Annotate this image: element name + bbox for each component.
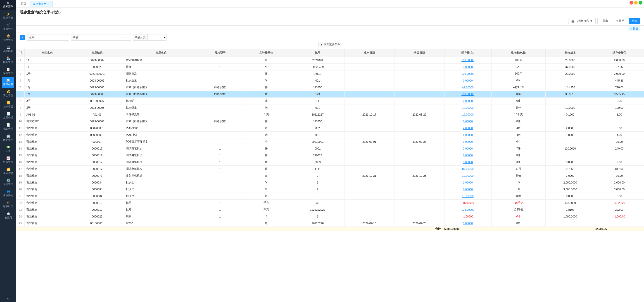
- cell-qty-main[interactable]: 10.00000: [444, 111, 491, 118]
- cell-no: 5: [16, 84, 24, 91]
- cell-qty-main[interactable]: 3.00000: [444, 159, 491, 166]
- cell-qty-main[interactable]: 87.00000: [444, 166, 491, 172]
- cell-qty-main[interactable]: 100.00000: [444, 57, 491, 64]
- sidebar-item-2[interactable]: 📦 批发管理: [2, 32, 14, 44]
- cell-qty-main[interactable]: 0.00000: [444, 118, 491, 125]
- cell-batch: 1222222222: [291, 206, 344, 213]
- cell-warehouse: 营业粮仓: [24, 145, 70, 152]
- cell-qty-main[interactable]: 0.00000: [444, 152, 491, 159]
- cell-exp-date: [394, 77, 444, 84]
- settings-button[interactable]: ⚙ 设置: [628, 26, 640, 31]
- sidebar-item-12[interactable]: 💵 工资: [2, 143, 14, 155]
- sidebar-item-11[interactable]: 🏢 固定资产: [2, 132, 14, 143]
- tab-home[interactable]: 首页: [18, 1, 29, 7]
- cell-qty-main[interactable]: 122.00000: [444, 206, 491, 213]
- sidebar-icon-0: ⚡: [6, 12, 10, 16]
- cell-no: 18: [16, 172, 24, 179]
- table-container: 仓库名称 商品编码 商品名称 规格型号 主计量单位 批号 生产日期 失效日期 现…: [16, 49, 644, 302]
- cell-code: 000900001: [70, 125, 124, 132]
- sidebar-search[interactable]: 🔍 搜索菜单: [0, 0, 16, 10]
- sidebar-item-7[interactable]: 💰 资金管理: [2, 88, 14, 99]
- toggle-button[interactable]: ⊞ 展示: [613, 18, 627, 24]
- cell-amount: 2,000.00: [595, 70, 644, 77]
- cell-batch: 33: [291, 200, 344, 206]
- sidebar-icon-13: 📈: [6, 156, 10, 160]
- sidebar-item-9[interactable]: 🧾 发票管理: [2, 110, 14, 121]
- cell-name: 鲟鱼A: [124, 220, 198, 227]
- cell-unit: 千克: [242, 200, 291, 206]
- toolbar-right: 🖨️ 按模板打印 ▼ ↑ 导出 ⊞ 展示 查询: [568, 18, 640, 24]
- filter-row: › 仓库 ··· 商品 ··· 商品分类: [20, 34, 640, 41]
- cell-qty-main[interactable]: 1.00000: [444, 179, 491, 186]
- cell-qty-main[interactable]: 1.00000: [444, 64, 491, 70]
- sidebar-label-18: 云应用: [4, 216, 12, 219]
- cell-unit: 米: [242, 57, 291, 64]
- cell-qty-main[interactable]: -1.00000: [444, 213, 491, 220]
- window-max-button[interactable]: [638, 1, 642, 5]
- cell-qty-main[interactable]: 10.00000: [444, 104, 491, 111]
- sidebar-item-18[interactable]: ☁️ 云应用: [2, 210, 14, 221]
- sidebar-item-10[interactable]: 📑 税务管理: [2, 121, 14, 132]
- window-min-button[interactable]: [634, 1, 638, 5]
- sidebar-item-1[interactable]: 🛒 零售管理: [2, 21, 14, 32]
- tab-current[interactable]: 库存批次▼ ×: [30, 1, 52, 7]
- sidebar-item-16[interactable]: 👥 企业协同: [2, 188, 14, 199]
- cell-batch: 20210901: [291, 138, 344, 145]
- sidebar-item-13[interactable]: 📈 经营管理: [2, 155, 14, 166]
- table-row: 13 营业粮仓 000097 POS显示率炸异常 个 20210901 2021…: [16, 138, 644, 145]
- sidebar-item-15[interactable]: ⚙️ 系统管理: [2, 177, 14, 188]
- sidebar-icon-4: 🏪: [6, 56, 10, 60]
- cell-qty-main[interactable]: 1.00000: [444, 186, 491, 193]
- cell-amount: 240.00: [595, 145, 644, 152]
- print-button[interactable]: 🖨️ 按模板打印 ▼: [568, 18, 596, 24]
- cell-spec: [198, 179, 242, 186]
- filter-expand-button[interactable]: ▼ 展开更多条件: [318, 42, 342, 47]
- cell-exp-date: [394, 132, 444, 138]
- sidebar-item-8[interactable]: 📒 总账管理: [2, 99, 14, 110]
- cell-qty-main[interactable]: 2.00000: [444, 145, 491, 152]
- export-button[interactable]: ↑ 导出: [598, 18, 611, 24]
- cell-qty-main[interactable]: -16.00000: [444, 200, 491, 206]
- cell-qty-pkg: 10包: [491, 91, 546, 98]
- cell-name: 展板: [124, 213, 198, 220]
- cell-qty-main[interactable]: 0.00000: [444, 77, 491, 84]
- sidebar-item-6[interactable]: 📊 库存核算: [2, 77, 14, 88]
- cell-qty-main[interactable]: 4.00000: [444, 125, 491, 132]
- query-button[interactable]: 查询: [629, 18, 640, 24]
- cell-qty-main[interactable]: 0.00000: [444, 98, 491, 104]
- warehouse-filter-dots[interactable]: ···: [63, 36, 69, 39]
- cell-prod-date: [344, 152, 394, 159]
- cell-qty-main[interactable]: 100.00000: [444, 91, 491, 98]
- warehouse-filter-input[interactable]: [36, 36, 63, 39]
- sidebar-item-14[interactable]: 🗂️ 基础信息: [2, 166, 14, 177]
- product-filter-dots[interactable]: ···: [126, 36, 131, 39]
- cell-qty-main[interactable]: 100.00000: [444, 70, 491, 77]
- sidebar-item-0[interactable]: ⚡ 快捷导航: [2, 10, 14, 21]
- product-filter-input[interactable]: [80, 36, 126, 39]
- cell-qty-main[interactable]: 0.00000: [444, 220, 491, 227]
- select-all-checkbox[interactable]: [19, 51, 22, 54]
- cell-qty-pkg: 3件: [491, 159, 546, 166]
- window-close-button[interactable]: [630, 1, 633, 5]
- category-filter-select[interactable]: [148, 36, 166, 39]
- cell-qty-main[interactable]: 10.00000: [444, 193, 491, 200]
- cell-qty-pkg: -16千克: [491, 200, 546, 206]
- sidebar-icon-11: 🏢: [6, 134, 10, 138]
- sidebar-item-17[interactable]: 🎓 新手引导: [2, 199, 14, 210]
- sidebar-item-5[interactable]: 📋 采购管理: [2, 66, 14, 77]
- cell-prod-date: [344, 179, 394, 186]
- cell-unit-cost: 1.0000: [546, 132, 595, 138]
- sidebar-item-3[interactable]: 💻 小额电商: [2, 44, 14, 55]
- table-row: 19 营业粮仓 0000084 批次次 米 1 1.00000 1米 2,000…: [16, 179, 644, 186]
- sidebar: 🔍 搜索菜单 ⚡ 快捷导航 🛒 零售管理 📦 批发管理 💻 小额电商 🏪 电商管…: [0, 0, 16, 302]
- cell-qty-main[interactable]: 49.60000: [444, 84, 491, 91]
- cell-amount: 716.00: [595, 84, 644, 91]
- sidebar-settings-item[interactable]: ⚙: [0, 295, 16, 302]
- table-row: 23 营业粮仓 0000012 批号 1 千克 1222222222 122.0…: [16, 206, 644, 213]
- cell-qty-main[interactable]: 0.00000: [444, 138, 491, 145]
- tab-close-icon[interactable]: ×: [47, 3, 50, 6]
- filter-expand-arrow[interactable]: ›: [20, 35, 25, 40]
- cell-qty-main[interactable]: 4.00000: [444, 132, 491, 138]
- cell-qty-main[interactable]: 10.00000: [444, 172, 491, 179]
- sidebar-item-4[interactable]: 🏪 电商管理: [2, 55, 14, 66]
